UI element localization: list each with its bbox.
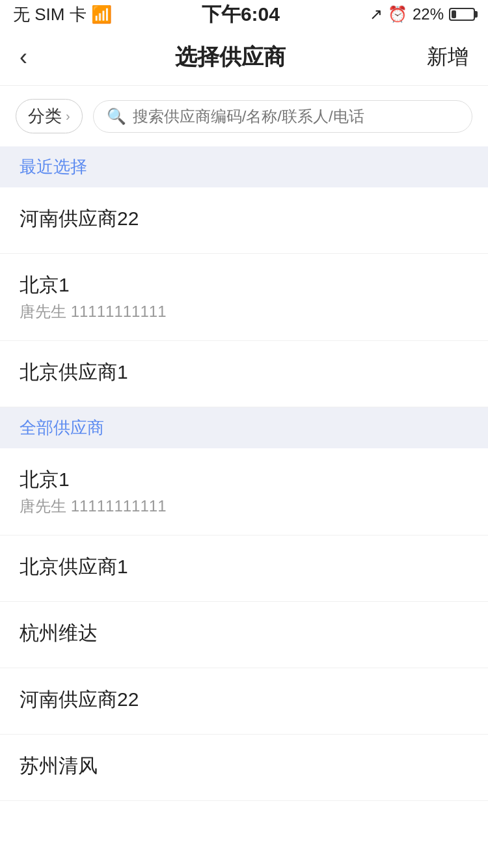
item-name: 北京1 [20,272,468,299]
item-name: 苏州清风 [20,753,468,780]
add-button[interactable]: 新增 [427,43,468,72]
all-header-label: 全部供应商 [20,418,104,437]
item-name: 杭州维达 [20,620,468,647]
item-name: 河南供应商22 [20,206,468,232]
list-item[interactable]: 杭州维达 [0,602,488,668]
list-item[interactable]: 河南供应商22 [0,187,488,254]
status-left: 无 SIM 卡 📶 [13,3,112,26]
item-name: 北京供应商1 [20,554,468,580]
search-input[interactable] [133,107,459,126]
battery-indicator [449,8,475,21]
item-name: 北京1 [20,467,468,493]
sim-wifi-label: 无 SIM 卡 📶 [13,3,112,26]
item-name: 河南供应商22 [20,686,468,713]
item-sub: 唐先生 11111111111 [20,301,468,322]
list-item[interactable]: 北京1 唐先生 11111111111 [0,254,488,341]
list-item[interactable]: 北京1 唐先生 11111111111 [0,448,488,536]
alarm-icon: ⏰ [388,5,407,23]
location-icon: ↗ [370,5,383,23]
category-button[interactable]: 分类 › [16,99,83,133]
page-title: 选择供应商 [175,42,286,72]
battery-label: 22% [413,5,444,23]
search-icon: 🔍 [107,107,126,126]
status-right: ↗ ⏰ 22% [370,5,475,23]
list-item[interactable]: 苏州清风 [0,735,488,801]
nav-bar: ‹ 选择供应商 新增 [0,29,488,86]
list-item[interactable]: 河南供应商22 [0,668,488,735]
list-item[interactable]: 北京供应商1 [0,536,488,602]
category-label: 分类 [28,105,62,128]
recent-list: 河南供应商22 北京1 唐先生 11111111111 北京供应商1 [0,187,488,407]
recent-header-label: 最近选择 [20,157,87,176]
filter-bar: 分类 › 🔍 [0,86,488,146]
all-list: 北京1 唐先生 11111111111 北京供应商1 杭州维达 河南供应商22 … [0,448,488,801]
status-time: 下午6:04 [202,1,280,28]
back-button[interactable]: ‹ [20,37,34,77]
status-bar: 无 SIM 卡 📶 下午6:04 ↗ ⏰ 22% [0,0,488,29]
chevron-right-icon: › [66,109,70,124]
item-sub: 唐先生 11111111111 [20,496,468,517]
battery-body [449,8,475,21]
item-name: 北京供应商1 [20,359,468,386]
all-section-header: 全部供应商 [0,407,488,448]
search-box[interactable]: 🔍 [93,100,472,133]
recent-section-header: 最近选择 [0,146,488,187]
list-item[interactable]: 北京供应商1 [0,341,488,407]
battery-fill [452,10,456,18]
